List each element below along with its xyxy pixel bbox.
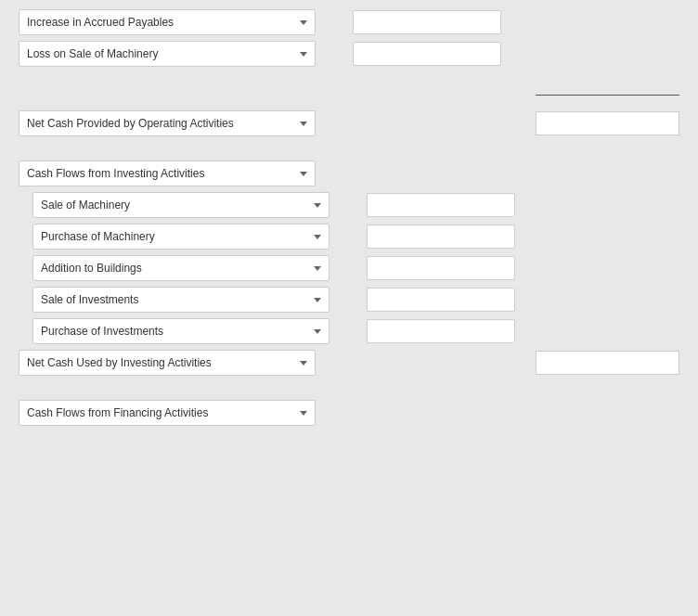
dropdown-cell-sale-machinery: Sale of Machinery (32, 192, 330, 218)
row-sale-machinery: Sale of Machinery (19, 192, 679, 218)
dropdown-cell-cash-flows-financing: Cash Flows from Financing Activities (19, 400, 316, 426)
dropdown-cell-net-cash-operating: Net Cash Provided by Operating Activitie… (19, 110, 316, 136)
input-sale-investments[interactable] (367, 288, 515, 312)
row-purchase-investments: Purchase of Investments (19, 318, 679, 344)
input-cell-increase-accrued (353, 10, 501, 34)
row-purchase-machinery: Purchase of Machinery (19, 224, 679, 250)
dropdown-cell-cash-flows-investing: Cash Flows from Investing Activities (19, 160, 316, 186)
dropdown-net-cash-investing[interactable]: Net Cash Used by Investing Activities (19, 350, 316, 376)
row-increase-accrued-payables: Increase in Accrued Payables (19, 9, 679, 35)
dropdown-sale-machinery[interactable]: Sale of Machinery (32, 192, 330, 218)
input-net-cash-investing[interactable] (536, 351, 679, 375)
input-cell-sale-machinery (367, 193, 515, 217)
input-cell-addition-buildings (367, 256, 515, 280)
row-cash-flows-investing: Cash Flows from Investing Activities (19, 160, 679, 186)
dropdown-cell-purchase-machinery: Purchase of Machinery (32, 224, 330, 250)
dropdown-increase-accrued-payables[interactable]: Increase in Accrued Payables (19, 9, 316, 35)
dropdown-cell-addition-buildings: Addition to Buildings (32, 255, 330, 281)
input-increase-accrued-payables[interactable] (353, 10, 501, 34)
dropdown-cell-purchase-investments: Purchase of Investments (32, 318, 330, 344)
input-addition-buildings[interactable] (367, 256, 515, 280)
input-cell-purchase-investments (367, 319, 515, 343)
dropdown-cash-flows-investing[interactable]: Cash Flows from Investing Activities (19, 160, 316, 186)
input-cell-purchase-machinery (367, 225, 515, 249)
dropdown-net-cash-operating[interactable]: Net Cash Provided by Operating Activitie… (19, 110, 316, 136)
row-sale-investments: Sale of Investments (19, 287, 679, 313)
input-cell-loss-sale (353, 42, 501, 66)
row-net-cash-operating: Net Cash Provided by Operating Activitie… (19, 110, 679, 136)
input-purchase-machinery[interactable] (367, 225, 515, 249)
dropdown-sale-investments[interactable]: Sale of Investments (32, 287, 330, 313)
dropdown-purchase-machinery[interactable]: Purchase of Machinery (32, 224, 330, 250)
dropdown-cash-flows-financing[interactable]: Cash Flows from Financing Activities (19, 400, 316, 426)
page-container: Increase in Accrued Payables Loss on Sal… (0, 0, 698, 616)
dropdown-loss-sale-machinery[interactable]: Loss on Sale of Machinery (19, 41, 316, 67)
input-net-cash-operating[interactable] (536, 111, 679, 135)
row-loss-sale-machinery: Loss on Sale of Machinery (19, 41, 679, 67)
row-addition-buildings: Addition to Buildings (19, 255, 679, 281)
input-purchase-investments[interactable] (367, 319, 515, 343)
dropdown-purchase-investments[interactable]: Purchase of Investments (32, 318, 330, 344)
input-sale-machinery[interactable] (367, 193, 515, 217)
row-net-cash-investing: Net Cash Used by Investing Activities (19, 350, 679, 376)
dropdown-cell-loss-sale: Loss on Sale of Machinery (19, 41, 316, 67)
dropdown-addition-buildings[interactable]: Addition to Buildings (32, 255, 330, 281)
input-loss-sale-machinery[interactable] (353, 42, 501, 66)
dropdown-cell-net-cash-investing: Net Cash Used by Investing Activities (19, 350, 316, 376)
row-cash-flows-financing: Cash Flows from Financing Activities (19, 400, 679, 426)
dropdown-cell-sale-investments: Sale of Investments (32, 287, 330, 313)
input-cell-sale-investments (367, 288, 515, 312)
input-subtotal1-right[interactable] (536, 72, 679, 96)
dropdown-cell-increase-accrued: Increase in Accrued Payables (19, 9, 316, 35)
row-subtotal1 (19, 72, 679, 96)
